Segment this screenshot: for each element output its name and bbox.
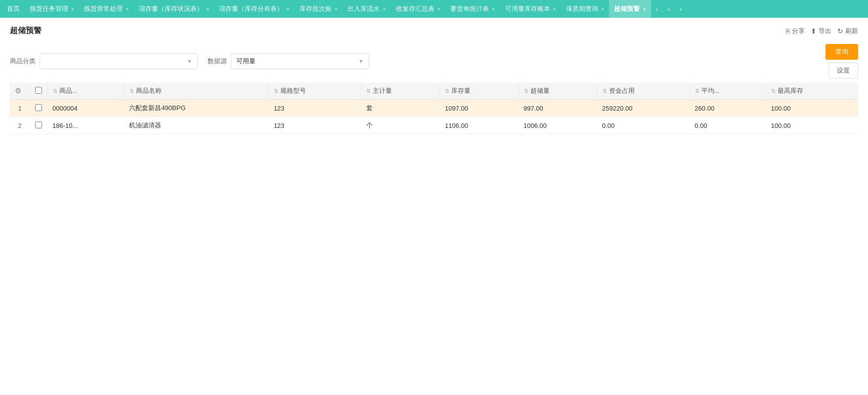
row-code: 186-10...	[47, 117, 124, 134]
row-avg: 0.00	[690, 117, 766, 134]
row-index: 2	[10, 117, 30, 134]
nav-tab-4[interactable]: 现存量（库存分布表） ×	[214, 0, 294, 18]
close-icon[interactable]: ×	[335, 6, 338, 12]
row-overstock: 997.00	[519, 100, 597, 117]
gear-icon[interactable]: ⚙	[15, 86, 21, 95]
row-spec: 123	[269, 117, 361, 134]
table-header-row: ⚙ ⇅ 商品... ⇅ 商品名称	[10, 82, 858, 100]
th-checkbox	[30, 82, 47, 100]
nav-more-button[interactable]: ›	[675, 0, 687, 18]
close-icon[interactable]: ×	[286, 6, 289, 12]
th-settings: ⚙	[10, 82, 30, 100]
close-icon[interactable]: ×	[492, 6, 495, 12]
chevron-down-icon: ▼	[187, 58, 192, 64]
close-icon[interactable]: ×	[553, 6, 556, 12]
refresh-icon: ↻	[837, 27, 843, 35]
row-capital: 259220.00	[597, 100, 690, 117]
nav-tab-active[interactable]: 超储预警 ×	[609, 0, 651, 18]
row-checkbox[interactable]	[35, 121, 42, 128]
nav-tab-8[interactable]: 要货单统计表 ×	[445, 0, 500, 18]
nav-tab-2[interactable]: 拣货异常处理 ×	[79, 0, 133, 18]
chevron-down-icon: ▼	[358, 58, 364, 64]
share-button[interactable]: ⎘ 分享	[786, 27, 805, 36]
row-maxstock: 100.00	[766, 117, 858, 134]
nav-tab-6[interactable]: 出入库流水 ×	[343, 0, 391, 18]
row-name: 六配套新昌490BPG	[124, 100, 268, 117]
th-overstock: ⇅ 超储量	[519, 82, 597, 100]
filter-row: 商品分类 ▼ 数据源 可用量 ▼ 查询 设置	[10, 44, 858, 79]
nav-tab-1[interactable]: 拣货任务管理 ×	[25, 0, 79, 18]
row-spec: 123	[269, 100, 361, 117]
close-icon[interactable]: ×	[206, 6, 209, 12]
close-icon[interactable]: ×	[601, 6, 604, 12]
refresh-button[interactable]: ↻ 刷新	[837, 27, 858, 36]
th-name: ⇅ 商品名称	[124, 82, 268, 100]
query-button[interactable]: 查询	[825, 44, 858, 60]
row-name: 机油滤清器	[124, 117, 268, 134]
datasource-value: 可用量	[236, 57, 256, 66]
row-checkbox-cell	[30, 117, 47, 134]
row-stock: 1106.00	[440, 117, 519, 134]
sort-icon: ⇅	[274, 88, 278, 94]
row-checkbox-cell	[30, 100, 47, 117]
row-checkbox[interactable]	[35, 104, 42, 111]
nav-tab-9[interactable]: 可用量库存账本 ×	[500, 0, 561, 18]
export-icon: ⬆	[811, 27, 817, 35]
row-unit: 个	[361, 117, 440, 134]
category-select[interactable]: ▼	[40, 53, 198, 69]
sort-icon: ⇅	[445, 88, 449, 94]
category-filter: 商品分类 ▼	[10, 53, 198, 69]
close-icon[interactable]: ×	[643, 6, 646, 12]
sort-icon: ⇅	[603, 88, 607, 94]
table-row: 2 186-10... 机油滤清器 123 个 1106.00 1006.00 …	[10, 117, 858, 134]
top-nav: 首页 拣货任务管理 × 拣货异常处理 × 现存量（库存状况表） × 现存量（库存…	[0, 0, 868, 18]
action-buttons: 查询 设置	[825, 44, 858, 79]
row-avg: 260.00	[690, 100, 766, 117]
row-maxstock: 100.00	[766, 100, 858, 117]
row-index: 1	[10, 100, 30, 117]
datasource-label: 数据源	[208, 57, 227, 66]
row-overstock: 1006.00	[519, 117, 597, 134]
sort-icon: ⇅	[366, 88, 371, 94]
page-container: 超储预警 ⎘ 分享 ⬆ 导出 ↻ 刷新 商品分类 ▼ 数据源	[0, 18, 868, 395]
th-unit: ⇅ 主计量	[361, 82, 440, 100]
data-table: ⚙ ⇅ 商品... ⇅ 商品名称	[10, 82, 858, 134]
sort-icon: ⇅	[524, 88, 528, 94]
header-actions: ⎘ 分享 ⬆ 导出 ↻ 刷新	[786, 27, 858, 36]
datasource-filter: 数据源 可用量 ▼	[208, 53, 369, 69]
sort-icon: ⇅	[695, 88, 699, 94]
datasource-select[interactable]: 可用量 ▼	[231, 53, 369, 69]
row-code: 0000004	[47, 100, 124, 117]
th-code: ⇅ 商品...	[47, 82, 124, 100]
close-icon[interactable]: ×	[383, 6, 386, 12]
share-icon: ⎘	[786, 27, 790, 35]
close-icon[interactable]: ×	[126, 6, 129, 12]
th-capital: ⇅ 资金占用	[597, 82, 690, 100]
table-row: 1 0000004 六配套新昌490BPG 123 套 1097.00 997.…	[10, 100, 858, 117]
sort-icon: ⇅	[130, 88, 134, 94]
row-capital: 0.00	[597, 117, 690, 134]
row-unit: 套	[361, 100, 440, 117]
nav-tab-7[interactable]: 收发存汇总表 ×	[391, 0, 445, 18]
close-icon[interactable]: ×	[71, 6, 74, 12]
sort-icon: ⇅	[771, 88, 776, 94]
page-header: 超储预警 ⎘ 分享 ⬆ 导出 ↻ 刷新	[10, 26, 858, 36]
category-label: 商品分类	[10, 57, 36, 66]
close-icon[interactable]: ×	[437, 6, 440, 12]
th-avg: ⇅ 平均...	[690, 82, 766, 100]
page-title: 超储预警	[10, 26, 42, 36]
settings-button[interactable]: 设置	[828, 63, 858, 79]
nav-next-button[interactable]: ›	[663, 0, 675, 18]
nav-tab-10[interactable]: 保质期查询 ×	[561, 0, 609, 18]
select-all-checkbox[interactable]	[35, 87, 42, 94]
export-button[interactable]: ⬆ 导出	[811, 27, 831, 36]
nav-home[interactable]: 首页	[2, 0, 25, 18]
th-maxstock: ⇅ 最高库存	[766, 82, 858, 100]
th-stock: ⇅ 库存量	[440, 82, 519, 100]
th-spec: ⇅ 规格型号	[269, 82, 361, 100]
nav-tab-5[interactable]: 库存批次账 ×	[295, 0, 343, 18]
nav-tab-3[interactable]: 现存量（库存状况表） ×	[134, 0, 214, 18]
sort-icon: ⇅	[53, 88, 57, 94]
nav-prev-button[interactable]: ‹	[651, 0, 663, 18]
row-stock: 1097.00	[440, 100, 519, 117]
